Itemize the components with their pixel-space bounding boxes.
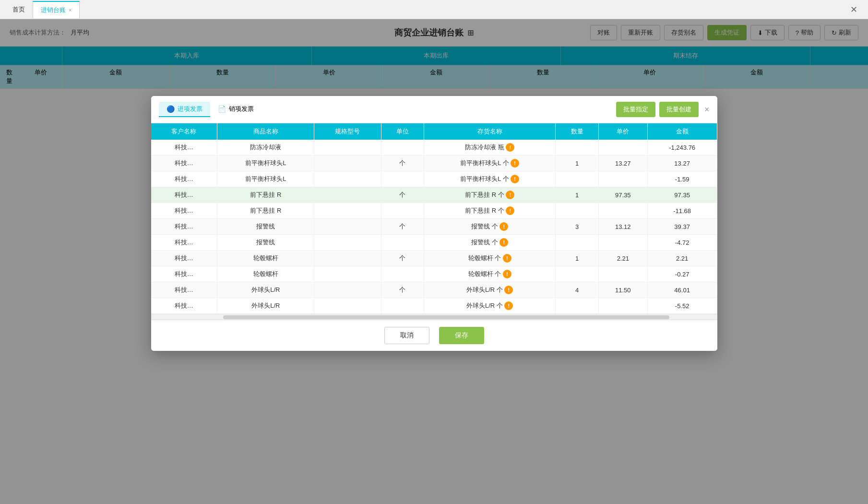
cell-price xyxy=(598,235,647,251)
cell-price xyxy=(598,266,647,282)
tab-bar: 首页 进销台账 × ✕ xyxy=(0,0,868,19)
cell-inventory: 前平衡杆球头L 个 ! xyxy=(424,156,556,171)
cell-product: 防冻冷却液 xyxy=(217,140,314,156)
cell-amount: -4.72 xyxy=(647,235,717,251)
purchase-tab-icon: 🔵 xyxy=(166,105,175,113)
cell-qty: 1 xyxy=(556,251,599,266)
save-button[interactable]: 保存 xyxy=(439,327,484,344)
warn-icon: ! xyxy=(499,238,508,247)
cell-amount: -5.52 xyxy=(647,298,717,314)
cell-inventory: 前下悬挂 R 个 ! xyxy=(424,187,556,203)
cell-unit: 个 xyxy=(381,187,424,203)
window-close-button[interactable]: ✕ xyxy=(844,0,863,19)
warn-icon: ! xyxy=(504,286,513,294)
col-unit: 单位 xyxy=(381,123,424,140)
dialog-close-button[interactable]: × xyxy=(704,105,710,114)
cell-amount: -1,243.76 xyxy=(647,140,717,156)
cell-qty xyxy=(556,235,599,251)
cell-qty: 1 xyxy=(556,187,599,203)
warn-icon: ! xyxy=(511,175,519,183)
cell-qty xyxy=(556,203,599,219)
cell-amount: 39.37 xyxy=(647,219,717,235)
table-row: 科技… 外球头L/R 外球头L/R 个 ! -5.52 xyxy=(151,298,717,314)
cell-unit: 个 xyxy=(381,282,424,298)
dialog-footer: 取消 保存 xyxy=(151,320,717,351)
horizontal-scrollbar[interactable] xyxy=(151,314,717,320)
dialog: 🔵 进项发票 📄 销项发票 批量指定 批量创建 × 客户名称 xyxy=(151,96,717,351)
cell-qty xyxy=(556,266,599,282)
cell-inventory: 轮毂螺杆 个 ! xyxy=(424,266,556,282)
batch-create-button[interactable]: 批量创建 xyxy=(659,102,699,117)
cell-product: 报警线 xyxy=(217,235,314,251)
table-row: 科技… 前平衡杆球头L 个 前平衡杆球头L 个 ! 1 13.27 13.27 xyxy=(151,156,717,171)
cell-price xyxy=(598,203,647,219)
table-header-row: 客户名称 商品名称 规格型号 单位 存货名称 数量 单价 金额 xyxy=(151,123,717,140)
warn-icon: ! xyxy=(506,143,514,152)
cell-customer: 科技… xyxy=(151,187,217,203)
cell-qty xyxy=(556,171,599,187)
cell-inventory: 外球头L/R 个 ! xyxy=(424,298,556,314)
table-row: 科技… 前下悬挂 R 个 前下悬挂 R 个 ! 1 97.35 97.35 xyxy=(151,187,717,203)
cell-price: 97.35 xyxy=(598,187,647,203)
table-row: 科技… 轮毂螺杆 个 轮毂螺杆 个 ! 1 2.21 2.21 xyxy=(151,251,717,266)
cell-unit: 个 xyxy=(381,251,424,266)
cell-customer: 科技… xyxy=(151,219,217,235)
tab-home[interactable]: 首页 xyxy=(5,1,33,18)
cell-qty: 3 xyxy=(556,219,599,235)
cancel-button[interactable]: 取消 xyxy=(384,327,429,344)
cell-unit: 个 xyxy=(381,156,424,171)
cell-customer: 科技… xyxy=(151,156,217,171)
tab-sales-invoice[interactable]: 📄 销项发票 xyxy=(210,102,262,117)
cell-amount: -0.27 xyxy=(647,266,717,282)
tab-purchase-invoice[interactable]: 🔵 进项发票 xyxy=(159,102,210,117)
cell-price xyxy=(598,298,647,314)
cell-spec xyxy=(314,282,381,298)
cell-customer: 科技… xyxy=(151,203,217,219)
cell-product: 轮毂螺杆 xyxy=(217,266,314,282)
cell-price: 13.12 xyxy=(598,219,647,235)
cell-price xyxy=(598,171,647,187)
cell-spec xyxy=(314,251,381,266)
cell-amount: 46.01 xyxy=(647,282,717,298)
cell-unit xyxy=(381,203,424,219)
table-row: 科技… 防冻冷却液 防冻冷却液 瓶 ! -1,243.76 xyxy=(151,140,717,156)
warn-icon: ! xyxy=(504,301,513,310)
cell-customer: 科技… xyxy=(151,298,217,314)
cell-spec xyxy=(314,298,381,314)
cell-amount: 13.27 xyxy=(647,156,717,171)
cell-product: 外球头L/R xyxy=(217,298,314,314)
cell-amount: -11.68 xyxy=(647,203,717,219)
warn-icon: ! xyxy=(506,191,514,199)
cell-inventory: 前平衡杆球头L 个 ! xyxy=(424,171,556,187)
cell-customer: 科技… xyxy=(151,251,217,266)
cell-product: 前平衡杆球头L xyxy=(217,171,314,187)
dialog-tabs: 🔵 进项发票 📄 销项发票 xyxy=(159,102,262,117)
cell-spec xyxy=(314,235,381,251)
cell-product: 前平衡杆球头L xyxy=(217,156,314,171)
cell-product: 前下悬挂 R xyxy=(217,187,314,203)
tab-ledger[interactable]: 进销台账 × xyxy=(33,1,80,18)
cell-product: 轮毂螺杆 xyxy=(217,251,314,266)
cell-inventory: 外球头L/R 个 ! xyxy=(424,282,556,298)
tab-ledger-close[interactable]: × xyxy=(69,7,71,13)
cell-unit xyxy=(381,235,424,251)
warn-icon: ! xyxy=(499,222,508,231)
cell-inventory: 前下悬挂 R 个 ! xyxy=(424,203,556,219)
sales-tab-icon: 📄 xyxy=(218,105,226,113)
cell-spec xyxy=(314,187,381,203)
cell-customer: 科技… xyxy=(151,266,217,282)
table-row: 科技… 前平衡杆球头L 前平衡杆球头L 个 ! -1.59 xyxy=(151,171,717,187)
col-product: 商品名称 xyxy=(217,123,314,140)
cell-qty: 1 xyxy=(556,156,599,171)
col-price: 单价 xyxy=(598,123,647,140)
dialog-header: 🔵 进项发票 📄 销项发票 批量指定 批量创建 × xyxy=(151,96,717,123)
col-spec: 规格型号 xyxy=(314,123,381,140)
dialog-table: 客户名称 商品名称 规格型号 单位 存货名称 数量 单价 金额 科技… 防冻冷却… xyxy=(151,123,717,314)
dialog-table-wrap[interactable]: 客户名称 商品名称 规格型号 单位 存货名称 数量 单价 金额 科技… 防冻冷却… xyxy=(151,123,717,314)
cell-product: 前下悬挂 R xyxy=(217,203,314,219)
cell-spec xyxy=(314,266,381,282)
warn-icon: ! xyxy=(503,254,511,263)
batch-assign-button[interactable]: 批量指定 xyxy=(616,102,655,117)
cell-amount: 2.21 xyxy=(647,251,717,266)
col-customer: 客户名称 xyxy=(151,123,217,140)
